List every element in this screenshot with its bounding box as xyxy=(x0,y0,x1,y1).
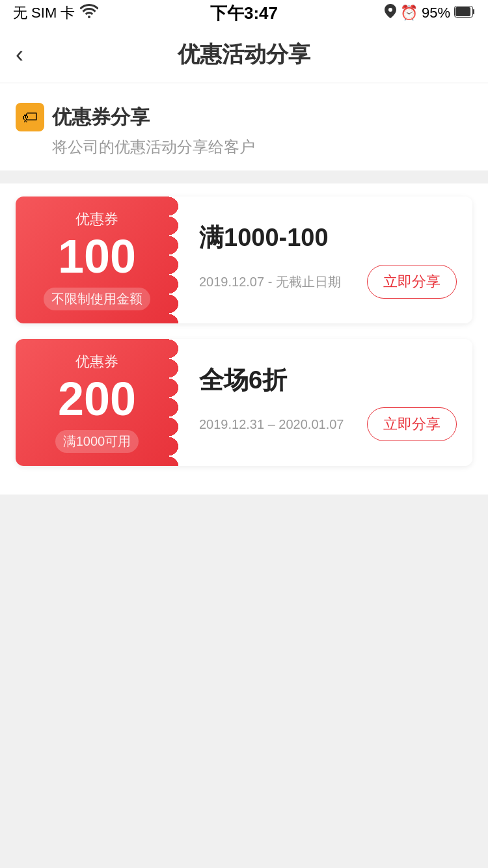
coupon-condition-0: 不限制使用金额 xyxy=(44,288,150,310)
coupon-amount-1: 200 xyxy=(58,375,136,422)
section-icon: 🏷 xyxy=(16,103,44,131)
location-icon xyxy=(385,4,396,22)
coupon-name-1: 全场6折 xyxy=(199,364,457,397)
coupon-list: 优惠券 100 不限制使用金额 满1000-100 2019.12.07 - 无… xyxy=(0,183,488,495)
coupon-condition-1: 满1000可用 xyxy=(55,430,139,453)
page-title: 优惠活动分享 xyxy=(178,40,310,70)
coupon-card: 优惠券 100 不限制使用金额 满1000-100 2019.12.07 - 无… xyxy=(16,197,472,323)
svg-rect-1 xyxy=(455,7,470,16)
nav-bar: ‹ 优惠活动分享 xyxy=(0,26,488,83)
coupon-date-1: 2019.12.31 – 2020.01.07 xyxy=(199,417,359,432)
back-button[interactable]: ‹ xyxy=(16,41,23,68)
coupon-date-0: 2019.12.07 - 无截止日期 xyxy=(199,273,359,291)
status-time: 下午3:47 xyxy=(210,2,278,25)
coupon-bottom-row-0: 2019.12.07 - 无截止日期 立即分享 xyxy=(199,265,457,299)
section-header: 🏷 优惠券分享 将公司的优惠活动分享给客户 xyxy=(0,83,488,170)
coupon-bottom-row-1: 2019.12.31 – 2020.01.07 立即分享 xyxy=(199,407,457,441)
coupon-right-1: 全场6折 2019.12.31 – 2020.01.07 立即分享 xyxy=(178,339,472,466)
section-desc: 将公司的优惠活动分享给客户 xyxy=(16,137,472,157)
status-bar: 无 SIM 卡 下午3:47 ⏰ 95% xyxy=(0,0,488,26)
alarm-icon: ⏰ xyxy=(400,5,418,21)
coupon-type-0: 优惠券 xyxy=(75,210,118,229)
coupon-name-0: 满1000-100 xyxy=(199,221,457,254)
battery-icon xyxy=(454,5,475,21)
coupon-left-1: 优惠券 200 满1000可用 xyxy=(16,339,178,466)
battery-percent: 95% xyxy=(422,5,450,21)
coupon-type-1: 优惠券 xyxy=(75,352,118,372)
coupon-card: 优惠券 200 满1000可用 全场6折 2019.12.31 – 2020.0… xyxy=(16,339,472,466)
coupon-amount-0: 100 xyxy=(58,233,136,280)
carrier-label: 无 SIM 卡 xyxy=(13,3,75,23)
coupon-right-0: 满1000-100 2019.12.07 - 无截止日期 立即分享 xyxy=(178,197,472,323)
section-title: 优惠券分享 xyxy=(52,104,150,131)
bottom-area xyxy=(0,495,488,755)
section-header-row: 🏷 优惠券分享 xyxy=(16,103,472,131)
share-button-0[interactable]: 立即分享 xyxy=(367,265,457,299)
status-right: ⏰ 95% xyxy=(385,4,475,22)
wifi-icon xyxy=(80,4,98,22)
coupon-left-0: 优惠券 100 不限制使用金额 xyxy=(16,197,178,323)
share-button-1[interactable]: 立即分享 xyxy=(367,407,457,441)
status-left: 无 SIM 卡 xyxy=(13,3,98,23)
